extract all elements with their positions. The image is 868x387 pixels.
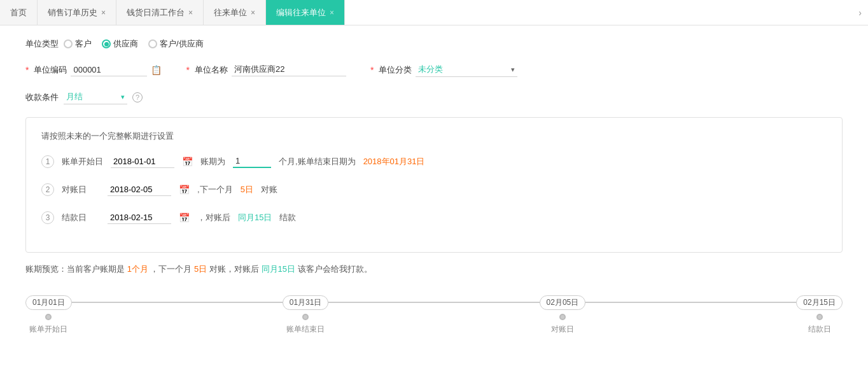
preview-part3: 同月15日: [262, 264, 295, 274]
timeline-dot-2: [559, 314, 566, 320]
tab-bar: 首页 销售订单历史 × 钱货日清工作台 × 往来单位 × 编辑往来单位 × ›: [0, 0, 868, 25]
step-period-end: 2018年01月31日: [363, 156, 425, 167]
step-row-1: 1 账单开始日 📅 账期为 个月,账单结束日期为 2018年01月31日: [41, 155, 827, 168]
name-label: 单位名称: [195, 64, 228, 76]
step-calendar-1[interactable]: 📅: [182, 157, 193, 167]
preview-part1: 1个月: [127, 264, 148, 274]
category-dropdown-arrow: ▾: [511, 66, 515, 74]
tab-partner-label: 往来单位: [214, 7, 247, 18]
radio-supplier-circle: [102, 39, 111, 48]
step-period-suffix: 个月,账单结束日期为: [279, 156, 356, 167]
radio-both[interactable]: 客户/供应商: [148, 38, 204, 50]
step-calendar-3[interactable]: 📅: [179, 213, 190, 223]
radio-customer[interactable]: 客户: [64, 38, 92, 50]
timeline-point-1: 01月31日 账单结束日: [283, 295, 329, 335]
step-label-3: 结款日: [62, 212, 100, 223]
timeline-dot-1: [302, 314, 309, 320]
timeline: 01月01日 账单开始日 01月31日 账单结束日 02月05日 对账日 02月…: [25, 289, 843, 335]
section-hint: 请按照未来的一个完整帐期进行设置: [41, 130, 827, 142]
tab-partner[interactable]: 往来单位 ×: [204, 0, 266, 25]
timeline-point-0: 01月01日 账单开始日: [25, 295, 72, 335]
tab-sales-history[interactable]: 销售订单历史 ×: [38, 0, 116, 25]
timeline-desc-1: 账单结束日: [286, 324, 325, 335]
category-label: 单位分类: [379, 64, 412, 76]
timeline-badge-2: 02月05日: [540, 295, 586, 310]
chevron-right-icon: ›: [858, 8, 862, 18]
timeline-badge-1: 01月31日: [283, 295, 329, 310]
step-3-post: 结款: [279, 212, 296, 223]
tab-edit-partner-close[interactable]: ×: [330, 8, 334, 17]
tab-partner-close[interactable]: ×: [251, 8, 255, 17]
category-field-group: * 单位分类 未分类 ▾: [370, 62, 517, 77]
step-2-highlight: 5日: [241, 184, 253, 195]
preview-sep1: ，下一个月: [150, 264, 192, 274]
tab-home-label: 首页: [10, 7, 27, 18]
step-number-1: 1: [41, 155, 54, 168]
step-2-pre: ,下一个月: [197, 184, 233, 195]
radio-customer-circle: [64, 39, 73, 48]
tab-sales-history-close[interactable]: ×: [101, 8, 106, 17]
payment-dropdown-arrow: ▾: [121, 93, 125, 101]
timeline-dot-0: [45, 314, 52, 320]
name-required: *: [186, 65, 189, 75]
preview-section: 账期预览：当前客户账期是 1个月 ，下一个月 5日 对账，对账后 同月15日 该…: [25, 263, 843, 276]
step-row-2: 2 对账日 📅 ,下一个月 5日 对账: [41, 183, 827, 196]
code-input[interactable]: [71, 64, 147, 76]
help-icon[interactable]: ?: [132, 92, 143, 102]
step-date-2[interactable]: [108, 183, 171, 196]
unit-type-radio-group: 客户 供应商 客户/供应商: [64, 38, 204, 50]
tab-sales-history-label: 销售订单历史: [48, 7, 97, 18]
tab-more-button[interactable]: ›: [852, 0, 868, 25]
tab-cash-work-label: 钱货日清工作台: [127, 7, 185, 18]
radio-supplier-label: 供应商: [113, 38, 138, 50]
step-3-pre: ，对账后: [197, 212, 230, 223]
tab-home[interactable]: 首页: [0, 0, 38, 25]
radio-both-label: 客户/供应商: [160, 38, 204, 50]
step-label-2: 对账日: [62, 184, 100, 195]
category-value: 未分类: [418, 64, 508, 75]
timeline-desc-3: 结款日: [808, 324, 831, 335]
period-value-input[interactable]: [233, 155, 271, 168]
preview-part2: 5日: [194, 264, 207, 274]
preview-sep2: 对账，对账后: [209, 264, 259, 274]
code-label: 单位编码: [34, 64, 67, 76]
unit-type-label: 单位类型: [25, 38, 59, 50]
code-field-group: * 单位编码 📋: [25, 64, 162, 76]
category-required: *: [370, 65, 374, 75]
tab-edit-partner[interactable]: 编辑往来单位 ×: [266, 0, 345, 25]
code-name-category-row: * 单位编码 📋 * 单位名称 * 单位分类 未分类 ▾: [25, 62, 843, 77]
payment-row: 收款条件 月结 ▾ ?: [25, 90, 843, 104]
step-label-1: 账单开始日: [62, 156, 103, 167]
timeline-desc-0: 账单开始日: [29, 324, 67, 335]
tab-cash-work[interactable]: 钱货日清工作台 ×: [116, 0, 204, 25]
payment-dropdown[interactable]: 月结 ▾: [64, 90, 127, 104]
preview-label: 账期预览：当前客户账期是: [25, 264, 125, 274]
payment-label: 收款条件: [25, 92, 59, 103]
copy-icon[interactable]: 📋: [151, 65, 162, 75]
timeline-dot-3: [816, 314, 823, 320]
code-required: *: [25, 65, 29, 75]
step-date-3[interactable]: [108, 211, 171, 224]
preview-end: 该客户会给我打款。: [298, 264, 372, 274]
step-date-1[interactable]: [111, 155, 174, 168]
tab-cash-work-close[interactable]: ×: [188, 8, 193, 17]
name-input[interactable]: [232, 64, 346, 76]
step-number-2: 2: [41, 183, 54, 196]
radio-customer-label: 客户: [75, 38, 92, 50]
step-number-3: 3: [41, 211, 54, 224]
main-content: 单位类型 客户 供应商 客户/供应商 * 单位编码 📋 * 单位名称: [0, 25, 868, 387]
step-row-3: 3 结款日 📅 ，对账后 同月15日 结款: [41, 211, 827, 224]
step-2-post: 对账: [261, 184, 277, 195]
timeline-point-2: 02月05日 对账日: [540, 295, 586, 335]
radio-supplier[interactable]: 供应商: [102, 38, 138, 50]
timeline-points: 01月01日 账单开始日 01月31日 账单结束日 02月05日 对账日 02月…: [25, 295, 843, 335]
timeline-desc-2: 对账日: [551, 324, 574, 335]
tab-edit-partner-label: 编辑往来单位: [276, 7, 326, 18]
timeline-badge-0: 01月01日: [25, 295, 72, 310]
step-calendar-2[interactable]: 📅: [179, 185, 190, 195]
category-dropdown[interactable]: 未分类 ▾: [416, 62, 517, 77]
timeline-badge-3: 02月15日: [796, 295, 843, 310]
period-section: 请按照未来的一个完整帐期进行设置 1 账单开始日 📅 账期为 个月,账单结束日期…: [25, 117, 843, 253]
step-3-highlight: 同月15日: [238, 212, 272, 223]
step-period-prefix: 账期为: [200, 156, 225, 167]
